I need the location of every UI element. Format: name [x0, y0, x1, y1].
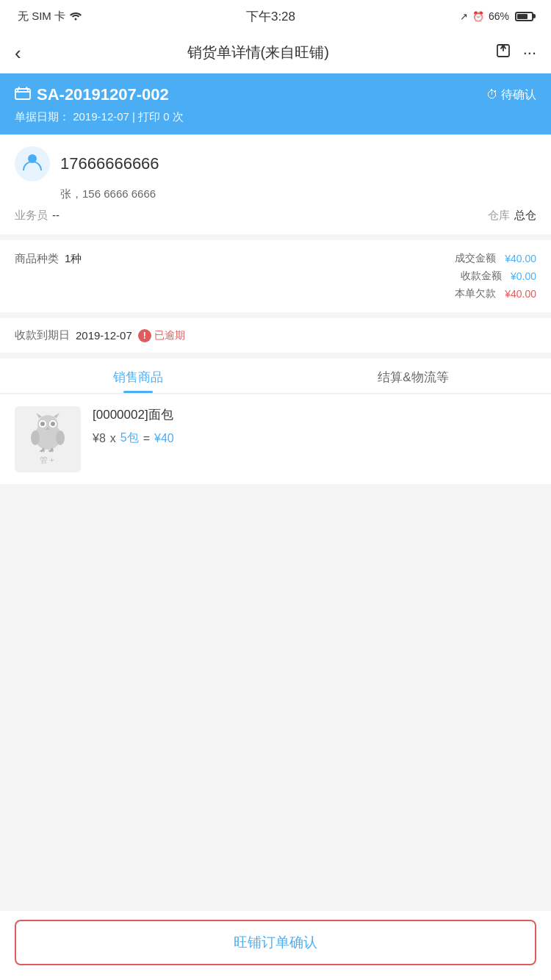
customer-phone: 17666666666 — [60, 154, 159, 173]
confirm-order-button[interactable]: 旺铺订单确认 — [15, 920, 536, 965]
overdue-icon: ! — [138, 329, 151, 342]
summary-section: 商品种类 1种 成交金额 ¥40.00 收款金额 ¥0.00 本单欠款 ¥40.… — [0, 240, 551, 312]
product-info: [0000002]面包 ¥8 x 5包 = ¥40 — [93, 406, 536, 446]
svg-point-9 — [51, 422, 55, 426]
product-item: 管+ [0000002]面包 ¥8 x 5包 = ¥40 — [0, 394, 551, 484]
product-price: ¥8 — [93, 432, 106, 445]
status-carrier: 无 SIM 卡 — [18, 10, 82, 24]
share-icon[interactable] — [495, 43, 511, 63]
receipt-amount-label: 收款金额 — [461, 270, 502, 283]
svg-point-13 — [31, 430, 40, 445]
print-info: | 打印 0 次 — [132, 110, 184, 123]
back-button[interactable]: ‹ — [15, 43, 21, 62]
salesperson-value: -- — [52, 209, 60, 223]
product-qty: 5包 — [120, 430, 139, 446]
salesperson-item: 业务员 -- — [15, 209, 60, 223]
customer-meta: 业务员 -- 仓库 总仓 — [15, 209, 536, 223]
date-value: 2019-12-07 — [73, 110, 129, 123]
summary-left: 商品种类 1种 — [15, 252, 82, 266]
bottom-area — [0, 484, 551, 653]
battery-text: 66% — [489, 10, 509, 22]
warehouse-value: 总仓 — [514, 209, 536, 223]
receipt-amount-row: 收款金额 ¥0.00 — [461, 270, 536, 283]
nav-actions: ··· — [495, 43, 536, 63]
svg-point-0 — [75, 18, 77, 21]
due-date-section: 收款到期日 2019-12-07 ! 已逾期 — [0, 318, 551, 353]
overdue-badge: ! 已逾期 — [138, 329, 185, 342]
clock-icon: ⏱ — [486, 88, 498, 101]
carrier-text: 无 SIM 卡 — [18, 10, 65, 24]
product-price-row: ¥8 x 5包 = ¥40 — [93, 430, 536, 446]
debt-label: 本单欠款 — [455, 287, 496, 300]
svg-point-14 — [56, 430, 65, 445]
status-text: 待确认 — [501, 87, 536, 103]
order-status: ⏱ 待确认 — [486, 87, 536, 103]
warehouse-item: 仓库 总仓 — [488, 209, 536, 223]
avatar-icon — [22, 151, 43, 177]
status-right: ↗ ⏰ 66% — [460, 10, 533, 22]
product-total: ¥40 — [154, 432, 174, 445]
due-date-value: 2019-12-07 — [76, 329, 132, 342]
more-icon[interactable]: ··· — [523, 43, 536, 62]
receipt-amount-value: ¥0.00 — [511, 270, 536, 282]
svg-marker-11 — [36, 413, 42, 418]
order-icon — [15, 85, 31, 104]
overdue-text: 已逾期 — [154, 329, 185, 342]
customer-row: 17666666666 — [15, 146, 536, 181]
multiply-sign: x — [110, 432, 116, 445]
equals-sign: = — [143, 432, 150, 445]
category-label: 商品种类 — [15, 252, 59, 266]
deal-amount-value: ¥40.00 — [505, 253, 536, 264]
confirm-btn-container: 旺铺订单确认 — [0, 911, 551, 980]
tab-sales-products[interactable]: 销售商品 — [0, 359, 276, 393]
deal-amount-row: 成交金额 ¥40.00 — [455, 252, 536, 265]
avatar — [15, 146, 50, 181]
owl-logo-icon — [26, 413, 70, 453]
customer-section: 17666666666 张，156 6666 6666 业务员 -- 仓库 总仓 — [0, 134, 551, 234]
location-icon: ↗ — [460, 11, 468, 22]
date-label: 单据日期： — [15, 110, 70, 123]
salesperson-label: 业务员 — [15, 209, 48, 223]
status-bar: 无 SIM 卡 下午3:28 ↗ ⏰ 66% — [0, 0, 551, 32]
summary-right: 成交金额 ¥40.00 收款金额 ¥0.00 本单欠款 ¥40.00 — [455, 252, 536, 300]
debt-row: 本单欠款 ¥40.00 — [455, 287, 536, 300]
due-date-label: 收款到期日 — [15, 328, 70, 342]
svg-point-7 — [40, 422, 45, 426]
tab-bar: 销售商品 结算&物流等 — [0, 359, 551, 394]
order-id: SA-20191207-002 — [15, 85, 169, 104]
wifi-icon — [70, 12, 82, 21]
order-id-text: SA-20191207-002 — [37, 85, 169, 104]
status-time: 下午3:28 — [246, 8, 295, 25]
svg-marker-12 — [54, 413, 60, 418]
product-list: 管+ [0000002]面包 ¥8 x 5包 = ¥40 — [0, 394, 551, 484]
nav-bar: ‹ 销货单详情(来自旺铺) ··· — [0, 32, 551, 73]
page-title: 销货单详情(来自旺铺) — [187, 43, 329, 62]
category-value: 1种 — [65, 252, 82, 266]
warehouse-label: 仓库 — [488, 209, 510, 223]
product-image: 管+ — [15, 406, 81, 472]
battery-icon — [515, 12, 533, 21]
debt-value: ¥40.00 — [505, 288, 536, 300]
order-date: 单据日期： 2019-12-07 | 打印 0 次 — [15, 110, 536, 124]
customer-name: 张，156 6666 6666 — [60, 187, 536, 201]
alarm-icon: ⏰ — [472, 11, 484, 22]
deal-amount-label: 成交金额 — [455, 252, 496, 265]
order-header: SA-20191207-002 ⏱ 待确认 单据日期： 2019-12-07 |… — [0, 73, 551, 134]
tab-settlement-logistics[interactable]: 结算&物流等 — [276, 359, 551, 393]
product-name: [0000002]面包 — [93, 406, 536, 423]
